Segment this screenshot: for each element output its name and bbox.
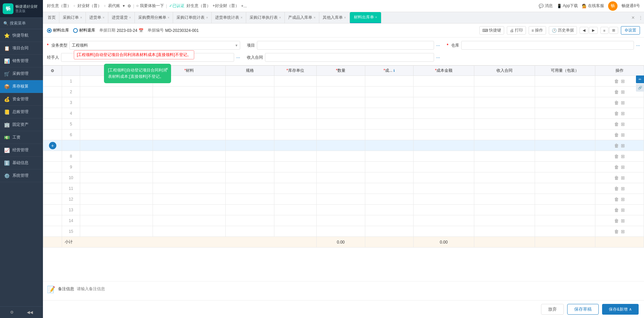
cell-income-13[interactable] [474,205,535,215]
cell-income-5[interactable] [474,119,535,129]
cell-cost-3[interactable] [365,97,414,108]
copy-icon-10[interactable]: ⊞ [621,175,625,180]
cell-project-13[interactable] [80,205,153,215]
prev-record-button[interactable]: ◀ [580,27,588,34]
cell-qty-9[interactable] [317,162,365,172]
topbar-link-haoyecai[interactable]: 好业财（普） [77,3,102,9]
topbar-app-download[interactable]: 📱 App下载 [557,3,578,9]
cell-available-4[interactable] [535,108,595,119]
cell-unit-14[interactable] [274,215,317,226]
cell-cost-amount-12[interactable] [414,194,474,205]
tooltip-close-button[interactable]: × [166,65,168,72]
business-type-input[interactable] [69,41,240,50]
cell-add-8[interactable] [414,140,474,151]
cell-qty-13[interactable] [317,205,365,215]
cell-income-1[interactable] [474,76,535,87]
tab-purchase-order[interactable]: 采购订单 × [59,12,86,23]
cell-available-1[interactable] [535,76,595,87]
radio-material-outbound[interactable]: 材料出库 [47,28,69,33]
add-row-button[interactable]: + [49,142,56,149]
copy-icon-12[interactable]: ⊞ [621,197,625,202]
cell-project-8[interactable] [80,151,153,162]
cell-qty-10[interactable] [317,172,365,183]
cell-income-15[interactable] [474,226,535,237]
tab-purchase-exec-close[interactable]: × [279,16,281,19]
copy-icon-4[interactable]: ⊞ [621,111,625,116]
cell-unit-5[interactable] [274,119,317,129]
sidebar-item-accounting[interactable]: 📒 总账管理 [0,106,43,118]
cell-available-11[interactable] [535,183,595,194]
sidebar-item-project[interactable]: 📋 项目合同 [0,42,43,55]
delete-icon-14[interactable]: 🗑 [614,218,619,223]
cell-add-3[interactable] [153,140,226,151]
save-draft-button[interactable]: 保存草稿 [567,304,599,315]
history-button[interactable]: 🕐 历史单据 [549,26,577,35]
cell-project-10[interactable] [80,172,153,183]
col-gear[interactable]: ⚙ [43,66,62,76]
tab-purchase-exec[interactable]: 采购订单执行表 × [246,12,285,23]
cell-available-6[interactable] [535,129,595,140]
sidebar-item-quicknav[interactable]: ⭐ 快捷导航 [0,29,43,42]
cell-cost-1[interactable] [365,76,414,87]
cell-material-5[interactable] [153,119,226,129]
cell-income-14[interactable] [474,215,535,226]
cell-unit-12[interactable] [274,194,317,205]
cell-cost-amount-1[interactable] [414,76,474,87]
cell-qty-3[interactable] [317,97,365,108]
warehouse-lookup-icon[interactable]: ··· [636,43,640,48]
cell-qty-15[interactable] [317,226,365,237]
cell-cost-9[interactable] [365,162,414,172]
cell-project-9[interactable] [80,162,153,172]
topbar-link-yidaizhang[interactable]: 易代账 [108,3,120,9]
right-tool-2[interactable]: ✏ [636,75,644,83]
cell-material-8[interactable] [153,151,226,162]
cell-cost-amount-8[interactable] [414,151,474,162]
copy-icon-9[interactable]: ⊞ [621,164,625,170]
next-record-button[interactable]: ▶ [589,27,598,34]
cell-cost-amount-2[interactable] [414,87,474,97]
copy-icon-5[interactable]: ⊞ [621,121,625,127]
close-all-tabs[interactable]: × [629,15,637,21]
cell-material-2[interactable] [153,87,226,97]
cell-cost-10[interactable] [365,172,414,183]
copy-icon-6[interactable]: ⊞ [621,132,625,138]
tab-other-inbound[interactable]: 其他入库单 × [319,12,350,23]
cell-spec-2[interactable] [225,87,274,97]
cell-unit-15[interactable] [274,226,317,237]
cell-add-10[interactable] [535,140,595,151]
sidebar-item-basic-info[interactable]: ℹ️ 基础信息 [0,157,43,169]
cell-material-13[interactable] [153,205,226,215]
income-contract-lookup-icon[interactable]: ··· [436,55,440,60]
cell-project-2[interactable] [80,87,153,97]
cell-spec-13[interactable] [225,205,274,215]
search-menu[interactable]: 🔍 搜索菜单 [0,18,43,29]
copy-icon-11[interactable]: ⊞ [621,186,625,191]
cell-qty-1[interactable] [317,76,365,87]
copy-icon-15[interactable]: ⊞ [621,229,625,234]
cell-spec-3[interactable] [225,97,274,108]
cell-material-6[interactable] [153,129,226,140]
topbar-link2-haoshengyi[interactable]: 好生意（普） [186,3,211,9]
cell-cost-4[interactable] [365,108,414,119]
business-type-select-wrapper[interactable]: ▼ [69,41,240,50]
copy-icon-8[interactable]: ⊞ [621,154,625,159]
cell-spec-4[interactable] [225,108,274,119]
cell-cost-amount-9[interactable] [414,162,474,172]
topbar-dropdown-arrow[interactable]: ▼ [122,4,125,8]
tab-menu-icon[interactable]: ⋮ [639,15,643,20]
remarks-input[interactable] [77,284,640,298]
cell-spec-11[interactable] [225,183,274,194]
cell-add-5[interactable] [274,140,317,151]
tab-product-inbound[interactable]: 产成品入库单 × [285,12,319,23]
sidebar-item-inventory[interactable]: 📦 库存核算 [0,80,43,93]
tab-home[interactable]: 首页 [44,12,59,23]
delete-icon-4[interactable]: 🗑 [614,111,619,116]
list-view-button[interactable]: ≡ [600,27,608,34]
cell-income-3[interactable] [474,97,535,108]
delete-icon-2[interactable]: 🗑 [614,89,619,95]
sidebar-item-operations[interactable]: 📈 经营管理 [0,144,43,157]
cell-project-4[interactable] [80,108,153,119]
cell-spec-1[interactable] [225,76,274,87]
cell-qty-5[interactable] [317,119,365,129]
cell-spec-10[interactable] [225,172,274,183]
